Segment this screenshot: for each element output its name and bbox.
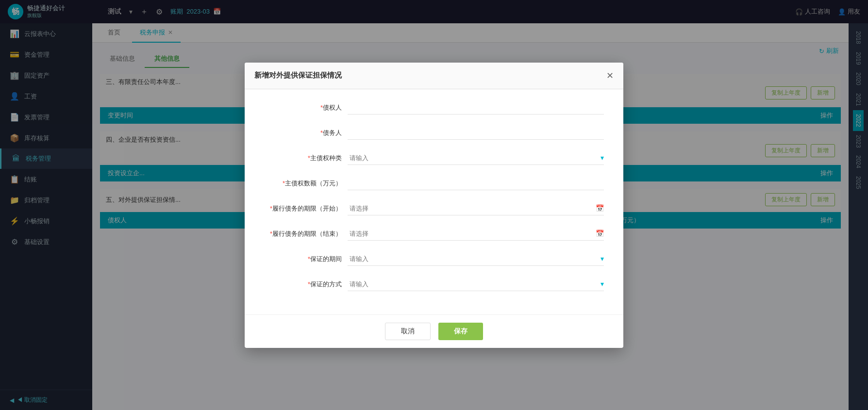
- required-mark: *: [308, 255, 310, 262]
- claim-type-input[interactable]: [348, 151, 601, 164]
- period-end-date[interactable]: 📅: [348, 227, 604, 241]
- guarantee-method-arrow-icon[interactable]: ▾: [601, 280, 604, 288]
- required-mark: *: [308, 280, 310, 288]
- creditor-input[interactable]: [348, 101, 604, 115]
- cancel-button[interactable]: 取消: [385, 323, 431, 340]
- claim-type-select[interactable]: ▾: [348, 151, 604, 165]
- form-label-guarantee-period: *保证的期间: [264, 255, 342, 263]
- guarantee-method-select[interactable]: ▾: [348, 278, 604, 291]
- form-row-guarantee-method: *保证的方式 ▾: [264, 278, 604, 291]
- guarantee-period-select[interactable]: ▾: [348, 252, 604, 266]
- dialog-overlay[interactable]: 新增对外提供保证担保情况 ✕ *债权人 *债务人 *: [0, 0, 868, 410]
- guarantee-method-input[interactable]: [348, 278, 601, 291]
- period-start-input[interactable]: [348, 202, 596, 215]
- required-mark: *: [270, 230, 272, 237]
- dialog-body: *债权人 *债务人 *主债权种类 ▾: [245, 89, 623, 314]
- form-label-debtor: *债务人: [264, 129, 342, 137]
- form-label-period-end: *履行债务的期限（结束）: [264, 230, 342, 238]
- period-end-input[interactable]: [348, 227, 596, 240]
- required-mark: *: [308, 154, 310, 162]
- form-label-period-start: *履行债务的期限（开始）: [264, 204, 342, 213]
- form-row-debtor: *债务人: [264, 126, 604, 140]
- form-row-period-end: *履行债务的期限（结束） 📅: [264, 227, 604, 241]
- dialog-footer: 取消 保存: [245, 314, 623, 348]
- form-row-period-start: *履行债务的期限（开始） 📅: [264, 202, 604, 215]
- form-row-claim-type: *主债权种类 ▾: [264, 151, 604, 165]
- form-label-creditor: *债权人: [264, 103, 342, 112]
- form-label-claim-type: *主债权种类: [264, 154, 342, 163]
- dialog-title: 新增对外提供保证担保情况: [254, 71, 342, 80]
- save-button[interactable]: 保存: [438, 323, 483, 340]
- required-mark: *: [320, 129, 323, 136]
- required-mark: *: [283, 180, 285, 187]
- form-label-claim-amount: *主债权数额（万元）: [264, 179, 342, 188]
- guarantee-period-arrow-icon[interactable]: ▾: [601, 255, 604, 262]
- debtor-input[interactable]: [348, 126, 604, 140]
- claim-type-arrow-icon[interactable]: ▾: [601, 154, 604, 162]
- required-mark: *: [320, 104, 323, 111]
- guarantee-period-input[interactable]: [348, 252, 601, 265]
- form-row-claim-amount: *主债权数额（万元）: [264, 177, 604, 190]
- period-end-calendar-icon[interactable]: 📅: [596, 230, 604, 237]
- dialog-header: 新增对外提供保证担保情况 ✕: [245, 63, 623, 89]
- form-row-creditor: *债权人: [264, 101, 604, 115]
- form-label-guarantee-method: *保证的方式: [264, 280, 342, 289]
- required-mark: *: [270, 205, 272, 212]
- dialog-close-icon[interactable]: ✕: [606, 70, 614, 81]
- period-start-date[interactable]: 📅: [348, 202, 604, 215]
- claim-amount-input[interactable]: [348, 177, 604, 190]
- period-start-calendar-icon[interactable]: 📅: [596, 204, 604, 212]
- form-row-guarantee-period: *保证的期间 ▾: [264, 252, 604, 266]
- dialog: 新增对外提供保证担保情况 ✕ *债权人 *债务人 *: [245, 63, 623, 348]
